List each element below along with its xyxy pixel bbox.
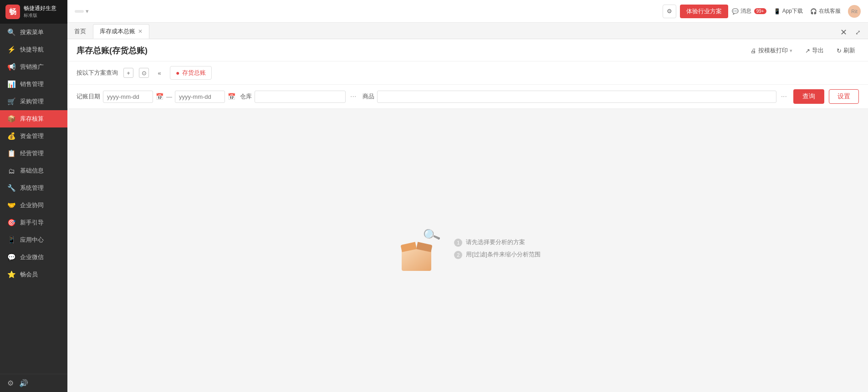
page-container: 库存总账(存货总账) 🖨 按模板打印 ▾ ↗ 导出 ↻ 刷新: [67, 39, 868, 392]
logo-icon: 畅: [5, 5, 20, 19]
product-more-icon[interactable]: ···: [779, 92, 789, 102]
scheme-item[interactable]: ● 存货总账: [170, 66, 212, 80]
phone-icon: 📱: [774, 8, 781, 15]
newbie-icon: 🎯: [7, 219, 15, 227]
message-btn[interactable]: 💬 消息 99+: [732, 7, 766, 15]
print-icon: 🖨: [751, 47, 756, 54]
topbar-right: 💬 消息 99+ 📱 App下载 🎧 在线客服 Rit: [732, 5, 861, 18]
warehouse-input[interactable]: [255, 91, 346, 103]
tabs-extra: ✕ ⤢: [837, 26, 868, 39]
app-center-icon: 📱: [7, 236, 15, 244]
breadcrumb-chevron-icon: ▾: [86, 8, 89, 15]
warehouse-field-group: 仓库 ···: [240, 91, 358, 103]
sidebar-item-finance[interactable]: 💰 资金管理: [0, 127, 67, 145]
date-to-input[interactable]: [175, 91, 225, 103]
footer-settings-icon[interactable]: ⚙: [7, 379, 14, 387]
product-field-group: 商品 ···: [363, 91, 789, 103]
system-icon: 🔧: [7, 184, 15, 192]
collapse-icon: «: [158, 70, 161, 76]
sidebar-footer: ⚙ 🔊: [0, 374, 67, 392]
print-btn[interactable]: 🖨 按模板打印 ▾: [747, 45, 796, 56]
tab-close-button[interactable]: ✕: [837, 26, 850, 39]
content-area: 库存总账(存货总账) 🖨 按模板打印 ▾ ↗ 导出 ↻ 刷新: [67, 39, 868, 392]
gear-icon: ⚙: [667, 8, 672, 15]
operations-icon: 📋: [7, 149, 15, 158]
warehouse-label: 仓库: [240, 92, 252, 101]
empty-state: 🔍 1 请先选择要分析的方案 2 用[过滤]条件来缩小分析范围: [67, 109, 868, 392]
message-icon: 💬: [732, 8, 739, 15]
date-dash: —: [166, 93, 172, 100]
filter-del-button[interactable]: ⊙: [139, 68, 149, 78]
calendar-to-icon[interactable]: 📅: [228, 93, 235, 100]
step2-num: 2: [454, 251, 462, 259]
tab-expand-button[interactable]: ⤢: [852, 26, 864, 39]
finance-icon: 💰: [7, 132, 15, 140]
page-header: 库存总账(存货总账) 🖨 按模板打印 ▾ ↗ 导出 ↻ 刷新: [67, 39, 868, 61]
sidebar-item-enterprise[interactable]: 🤝 企业协同: [0, 197, 67, 214]
sidebar-item-operations[interactable]: 📋 经营管理: [0, 145, 67, 162]
empty-hints: 1 请先选择要分析的方案 2 用[过滤]条件来缩小分析范围: [454, 238, 540, 263]
date-field-group: 记账日期 📅 — 📅: [77, 91, 235, 103]
circle-icon: ⊙: [142, 70, 147, 76]
sidebar-item-wechat[interactable]: 💬 企业微信: [0, 249, 67, 266]
breadcrumb: ▾: [75, 8, 659, 15]
topbar: ▾ ⚙ 体验行业方案 💬 消息 99+ 📱 App下载 🎧 在线客服 Rit: [67, 0, 868, 23]
date-from-input[interactable]: [103, 91, 153, 103]
filter-add-button[interactable]: +: [123, 68, 133, 78]
scheme-label: 存货总账: [182, 69, 206, 77]
user-avatar[interactable]: Rit: [848, 5, 861, 18]
tab-home[interactable]: 首页: [67, 24, 93, 39]
plus-icon: +: [127, 70, 130, 76]
sidebar-item-purchase[interactable]: 🛒 采购管理: [0, 93, 67, 110]
search-menu-icon: 🔍: [7, 28, 15, 36]
demo-btn[interactable]: 体验行业方案: [680, 5, 728, 18]
topbar-settings-button[interactable]: ⚙: [663, 5, 676, 18]
footer-audio-icon[interactable]: 🔊: [19, 379, 28, 387]
sidebar-item-sales[interactable]: 📊 销售管理: [0, 76, 67, 93]
sidebar-item-member[interactable]: ⭐ 畅会员: [0, 266, 67, 283]
step1-num: 1: [454, 239, 462, 247]
export-btn[interactable]: ↗ 导出: [802, 45, 827, 56]
sidebar-item-search-menu[interactable]: 🔍 搜索菜单: [0, 24, 67, 41]
settings-button[interactable]: 设置: [829, 89, 859, 104]
headset-icon: 🎧: [810, 8, 817, 15]
tabs-bar: 首页 库存成本总账 ✕ ✕ ⤢: [67, 23, 868, 39]
filter-collapse-button[interactable]: «: [154, 68, 164, 78]
sidebar-item-app-center[interactable]: 📱 应用中心: [0, 231, 67, 249]
main-area: ▾ ⚙ 体验行业方案 💬 消息 99+ 📱 App下载 🎧 在线客服 Rit: [67, 0, 868, 392]
sidebar-item-quick-nav[interactable]: ⚡ 快捷导航: [0, 41, 67, 58]
page-title: 库存总账(存货总账): [77, 45, 148, 56]
marketing-icon: 📢: [7, 63, 15, 71]
refresh-btn[interactable]: ↻ 刷新: [833, 45, 859, 56]
sidebar: 畅 畅捷通好生意 标准版 🔍 搜索菜单 ⚡ 快捷导航 📢 营销推广 📊 销售管理…: [0, 0, 67, 392]
app-download-btn[interactable]: 📱 App下载: [774, 7, 803, 15]
sidebar-item-inventory[interactable]: 📦 库存核算: [0, 110, 67, 127]
sidebar-item-newbie[interactable]: 🎯 新手引导: [0, 214, 67, 231]
print-chevron-icon: ▾: [790, 48, 792, 54]
quick-nav-icon: ⚡: [7, 46, 15, 54]
warehouse-more-icon[interactable]: ···: [348, 92, 358, 102]
product-input[interactable]: [377, 91, 776, 103]
tab-inventory-ledger[interactable]: 库存成本总账 ✕: [93, 24, 149, 39]
calendar-from-icon[interactable]: 📅: [156, 93, 163, 100]
base-info-icon: 🗂: [7, 167, 15, 175]
sidebar-item-base-info[interactable]: 🗂 基础信息: [0, 162, 67, 179]
product-label: 商品: [363, 92, 374, 101]
inventory-icon: 📦: [7, 115, 15, 123]
tab-close-icon[interactable]: ✕: [138, 28, 143, 35]
sidebar-nav: 🔍 搜索菜单 ⚡ 快捷导航 📢 营销推广 📊 销售管理 🛒 采购管理 📦 库存核…: [0, 24, 67, 374]
enterprise-icon: 🤝: [7, 201, 15, 209]
empty-illustration: 🔍: [395, 228, 440, 273]
empty-inner: 🔍 1 请先选择要分析的方案 2 用[过滤]条件来缩小分析范围: [395, 228, 540, 273]
sidebar-item-system[interactable]: 🔧 系统管理: [0, 179, 67, 197]
filter-bar: 按以下方案查询 + ⊙ « ● 存货总账: [67, 61, 868, 85]
filter-label: 按以下方案查询: [77, 69, 118, 77]
refresh-icon: ↻: [837, 47, 842, 54]
scheme-icon: ●: [176, 69, 179, 76]
page-header-actions: 🖨 按模板打印 ▾ ↗ 导出 ↻ 刷新: [747, 45, 859, 56]
online-service-btn[interactable]: 🎧 在线客服: [810, 7, 841, 15]
empty-hint-1: 1 请先选择要分析的方案: [454, 238, 540, 247]
search-button[interactable]: 查询: [793, 89, 824, 104]
logo-text: 畅捷通好生意 标准版: [24, 5, 56, 19]
sidebar-item-marketing[interactable]: 📢 营销推广: [0, 58, 67, 76]
